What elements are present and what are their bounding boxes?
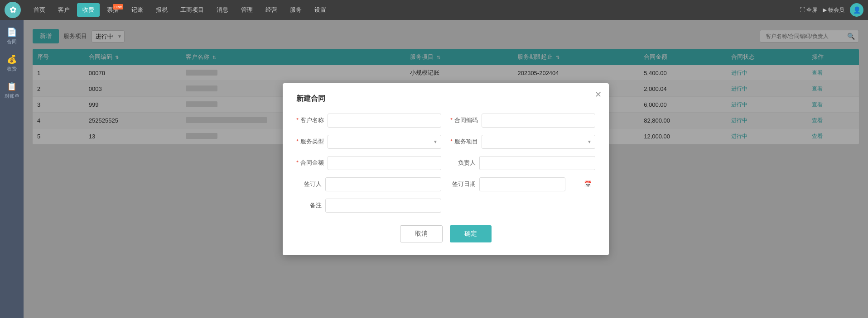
- nav-item-baoshui[interactable]: 报税: [150, 3, 173, 17]
- avatar[interactable]: 👤: [850, 3, 863, 17]
- label-customer-name: 客户名称: [296, 116, 324, 124]
- sidebar-item-contract[interactable]: 📄 合同: [2, 24, 22, 49]
- label-service-type: 服务类型: [296, 138, 324, 146]
- label-contract-no: 合同编码: [450, 116, 478, 124]
- member-button[interactable]: ▶ 畅会员: [823, 6, 844, 14]
- sidebar-item-shoufei[interactable]: 💰 收费: [2, 51, 22, 76]
- field-signer: 签订人: [296, 177, 441, 191]
- label-contract-amount: 合同金额: [296, 159, 324, 167]
- fullscreen-icon: ⛶: [800, 7, 805, 13]
- form-row-3: 合同金额 0.00 负责人: [296, 156, 595, 170]
- nav-item-customer[interactable]: 客户: [53, 3, 75, 17]
- nav-item-jingying[interactable]: 经营: [260, 3, 283, 17]
- sidebar-label-duizhang: 对账单: [5, 93, 19, 100]
- input-customer-name[interactable]: [328, 114, 441, 128]
- modal-close-button[interactable]: ✕: [595, 90, 602, 100]
- field-customer-name: 客户名称: [296, 114, 441, 128]
- fullscreen-button[interactable]: ⛶ 全屏: [800, 6, 817, 14]
- select-service-type[interactable]: [328, 135, 441, 149]
- contract-icon: 📄: [7, 27, 17, 37]
- top-navigation: ✿ 首页 客户 收费 票据 new 记账 报税 工商项目 消息 管理 经营 服务…: [0, 0, 868, 20]
- field-sign-date: 签订日期 2023-06-06 📅: [450, 177, 595, 191]
- nav-menu: 首页 客户 收费 票据 new 记账 报税 工商项目 消息 管理 经营 服务 设…: [28, 3, 800, 17]
- form-row-4: 签订人 签订日期 2023-06-06 📅: [296, 177, 595, 191]
- field-contract-amount: 合同金额 0.00: [296, 156, 441, 170]
- confirm-button[interactable]: 确定: [450, 225, 492, 242]
- play-icon: ▶: [823, 7, 827, 13]
- new-badge: new: [113, 4, 123, 9]
- field-service-type: 服务类型: [296, 135, 441, 149]
- nav-item-home[interactable]: 首页: [28, 3, 51, 17]
- form-row-5: 备注: [296, 199, 595, 213]
- sidebar-label-shoufei: 收费: [7, 66, 17, 72]
- label-service-item: 服务项目: [450, 138, 478, 146]
- input-responsible[interactable]: [479, 156, 595, 170]
- modal-overlay: 新建合同 ✕ 客户名称 合同编码 服务类型: [24, 20, 868, 318]
- select-service-type-wrapper: [328, 135, 441, 149]
- nav-item-piaoju[interactable]: 票据 new: [101, 3, 124, 17]
- nav-item-shoufei[interactable]: 收费: [77, 3, 100, 17]
- cancel-button[interactable]: 取消: [400, 225, 443, 242]
- input-signer[interactable]: [325, 177, 441, 191]
- nav-right-area: ⛶ 全屏 ▶ 畅会员 👤: [800, 3, 863, 17]
- shoufei-icon: 💰: [7, 54, 17, 64]
- label-signer: 签订人: [296, 180, 322, 188]
- main-content: 新增 服务项目 进行中 已结束 全部 🔍 序号 合同编码 ⇅ 客户名称 ⇅: [24, 20, 868, 318]
- sidebar-item-duizhangsdan[interactable]: 📋 对账单: [2, 78, 22, 103]
- nav-item-shezhi[interactable]: 设置: [309, 3, 332, 17]
- app-logo: ✿: [5, 2, 21, 18]
- input-contract-amount[interactable]: 0.00: [328, 156, 441, 170]
- nav-item-gongshang[interactable]: 工商项目: [175, 3, 209, 17]
- input-remark[interactable]: [325, 199, 441, 213]
- duizhang-icon: 📋: [7, 81, 17, 91]
- date-input-wrapper: 2023-06-06 📅: [479, 177, 595, 191]
- modal-footer: 取消 确定: [296, 225, 595, 242]
- nav-item-xiaoxi[interactable]: 消息: [211, 3, 234, 17]
- form-row-2: 服务类型 服务项目: [296, 135, 595, 149]
- sidebar-label-contract: 合同: [7, 38, 17, 45]
- nav-item-guanli[interactable]: 管理: [236, 3, 258, 17]
- input-sign-date[interactable]: 2023-06-06: [479, 177, 565, 191]
- main-layout: 📄 合同 💰 收费 📋 对账单 新增 服务项目 进行中 已结束 全部: [0, 20, 868, 318]
- field-responsible: 负责人: [450, 156, 595, 170]
- nav-item-fuwu[interactable]: 服务: [285, 3, 307, 17]
- new-contract-modal: 新建合同 ✕ 客户名称 合同编码 服务类型: [283, 83, 609, 255]
- sidebar: 📄 合同 💰 收费 📋 对账单: [0, 20, 24, 318]
- calendar-icon: 📅: [584, 180, 592, 188]
- label-sign-date: 签订日期: [450, 180, 476, 188]
- modal-title: 新建合同: [296, 94, 595, 104]
- select-service-item[interactable]: [482, 135, 595, 149]
- field-remark: 备注: [296, 199, 441, 213]
- select-service-item-wrapper: [482, 135, 595, 149]
- label-remark: 备注: [296, 201, 322, 209]
- field-contract-no: 合同编码: [450, 114, 595, 128]
- input-contract-no[interactable]: [482, 114, 595, 128]
- field-service-item: 服务项目: [450, 135, 595, 149]
- form-row-1: 客户名称 合同编码: [296, 114, 595, 128]
- label-responsible: 负责人: [450, 159, 476, 167]
- nav-item-jizhang[interactable]: 记账: [126, 3, 149, 17]
